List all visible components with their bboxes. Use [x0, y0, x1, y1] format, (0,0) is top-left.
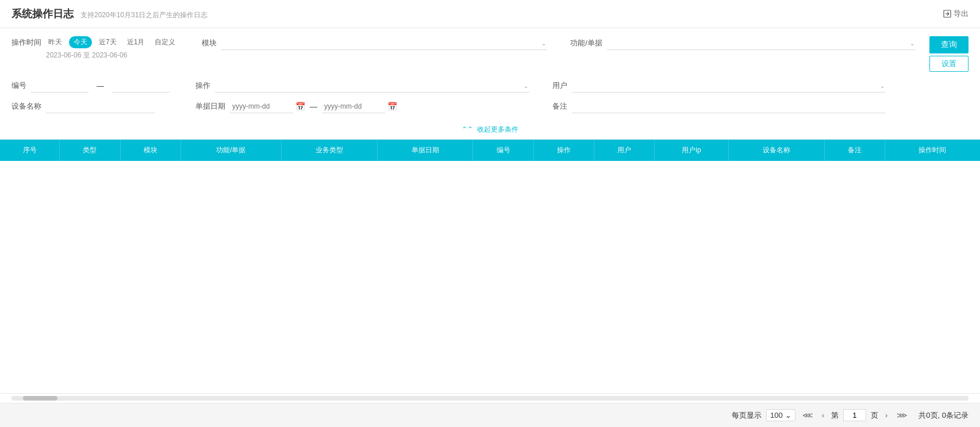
- data-table: 序号 类型 模块 功能/单据 业务类型 单据日期 编号 操作 用户 用户ip 设…: [0, 140, 980, 161]
- date-filter: 单据日期 📅 — 📅: [195, 100, 529, 113]
- code-label: 编号: [11, 80, 26, 91]
- code-to-input[interactable]: [112, 79, 170, 93]
- col-user-ip: 用户ip: [654, 140, 728, 161]
- page-label-pre: 第: [831, 410, 839, 421]
- module-select-wrap: ⌄: [221, 36, 547, 50]
- time-range: 2023-06-06 至 2023-06-06: [46, 51, 127, 59]
- time-btn-today[interactable]: 今天: [69, 36, 92, 48]
- page-size-label: 每页显示: [732, 410, 762, 421]
- col-index: 序号: [0, 140, 60, 161]
- page-first-button[interactable]: ⋘: [800, 410, 815, 421]
- page-size-chevron-icon: ⌄: [785, 411, 791, 420]
- date-to-input[interactable]: [322, 100, 385, 113]
- feature-select-wrap: ⌄: [607, 36, 916, 50]
- export-icon: [943, 10, 951, 18]
- remark-input[interactable]: [572, 99, 886, 113]
- collapse-label: 收起更多条件: [477, 125, 518, 133]
- query-button[interactable]: 查询: [929, 36, 969, 53]
- scroll-track: [11, 396, 969, 401]
- col-user: 用户: [594, 140, 654, 161]
- collapse-bar[interactable]: ⌃⌃ 收起更多条件: [0, 120, 980, 140]
- empty-area: [0, 161, 980, 379]
- page-header: 系统操作日志 支持2020年10月31日之后产生的操作日志 导出: [0, 0, 980, 28]
- page-wrapper: 系统操作日志 支持2020年10月31日之后产生的操作日志 导出 操作时间 昨天…: [0, 0, 980, 427]
- page-label-post: 页: [871, 410, 878, 421]
- page-last-button[interactable]: ⋙: [894, 410, 909, 421]
- col-feature: 功能/单据: [180, 140, 281, 161]
- time-btn-yesterday[interactable]: 昨天: [45, 36, 66, 48]
- user-label: 用户: [552, 80, 567, 91]
- operation-input[interactable]: [215, 79, 529, 93]
- code-filter: 编号 —: [11, 79, 172, 93]
- collapse-icon: ⌃⌃: [462, 125, 473, 133]
- col-code: 编号: [473, 140, 533, 161]
- export-label: 导出: [954, 9, 969, 19]
- feature-filter: 功能/单据 ⌄: [570, 36, 916, 50]
- col-business-type: 业务类型: [281, 140, 377, 161]
- module-input[interactable]: [221, 36, 547, 50]
- calendar-from-icon[interactable]: 📅: [295, 102, 305, 111]
- module-label: 模块: [202, 38, 217, 48]
- calendar-to-icon[interactable]: 📅: [387, 102, 397, 111]
- date-label: 单据日期: [195, 101, 225, 111]
- operation-label: 操作: [195, 80, 210, 91]
- user-input[interactable]: [572, 79, 886, 93]
- page-input[interactable]: [843, 409, 866, 421]
- pagination-bar: 每页显示 100 ⌄ ⋘ ‹ 第 页 › ⋙ 共0页, 0条记录: [0, 403, 980, 427]
- col-date: 单据日期: [377, 140, 473, 161]
- page-next-button[interactable]: ›: [883, 410, 890, 421]
- device-label: 设备名称: [11, 101, 41, 111]
- device-filter: 设备名称: [11, 99, 172, 113]
- code-from-input[interactable]: [31, 79, 89, 93]
- feature-input[interactable]: [607, 36, 916, 50]
- remark-filter: 备注: [552, 99, 886, 113]
- date-from-field: 📅: [230, 100, 305, 113]
- date-from-input[interactable]: [230, 100, 293, 113]
- user-filter: 用户 ⌄: [552, 79, 886, 93]
- table-wrapper: 序号 类型 模块 功能/单据 业务类型 单据日期 编号 操作 用户 用户ip 设…: [0, 140, 980, 393]
- time-btn-custom[interactable]: 自定义: [151, 36, 179, 48]
- date-to-field: 📅: [322, 100, 397, 113]
- page-prev-button[interactable]: ‹: [820, 410, 827, 421]
- total-info: 共0页, 0条记录: [918, 410, 969, 421]
- filters-container: 操作时间 昨天 今天 近7天 近1月 自定义 2023-06-06 至 2023…: [0, 28, 980, 120]
- page-size-select[interactable]: 100 ⌄: [766, 409, 795, 421]
- settings-button[interactable]: 设置: [929, 56, 969, 72]
- page-size-value: 100: [770, 411, 783, 420]
- col-type: 类型: [60, 140, 120, 161]
- export-button[interactable]: 导出: [943, 9, 969, 19]
- device-input[interactable]: [46, 99, 155, 113]
- date-dash: —: [310, 102, 317, 111]
- operation-select-wrap: ⌄: [215, 79, 529, 93]
- user-select-wrap: ⌄: [572, 79, 886, 93]
- time-filter-group: 操作时间 昨天 今天 近7天 近1月 自定义 2023-06-06 至 2023…: [11, 36, 179, 60]
- scroll-bar-area: [0, 393, 980, 403]
- remark-label: 备注: [552, 101, 567, 111]
- module-filter: 模块 ⌄: [202, 36, 547, 50]
- action-buttons: 查询 设置: [929, 36, 969, 72]
- feature-label: 功能/单据: [570, 38, 602, 48]
- col-device: 设备名称: [729, 140, 825, 161]
- page-subtitle: 支持2020年10月31日之后产生的操作日志: [80, 10, 207, 20]
- col-module: 模块: [120, 140, 180, 161]
- col-operation: 操作: [533, 140, 594, 161]
- header-left: 系统操作日志 支持2020年10月31日之后产生的操作日志: [11, 7, 207, 21]
- col-remark: 备注: [824, 140, 885, 161]
- table-header-row: 序号 类型 模块 功能/单据 业务类型 单据日期 编号 操作 用户 用户ip 设…: [0, 140, 980, 161]
- time-btn-7days[interactable]: 近7天: [95, 36, 120, 48]
- page-title: 系统操作日志: [11, 7, 74, 21]
- time-label: 操作时间: [11, 37, 41, 48]
- time-btn-1month[interactable]: 近1月: [124, 36, 148, 48]
- code-dash: —: [97, 82, 104, 90]
- scroll-thumb[interactable]: [23, 396, 57, 401]
- col-op-time: 操作时间: [885, 140, 980, 161]
- operation-filter: 操作 ⌄: [195, 79, 529, 93]
